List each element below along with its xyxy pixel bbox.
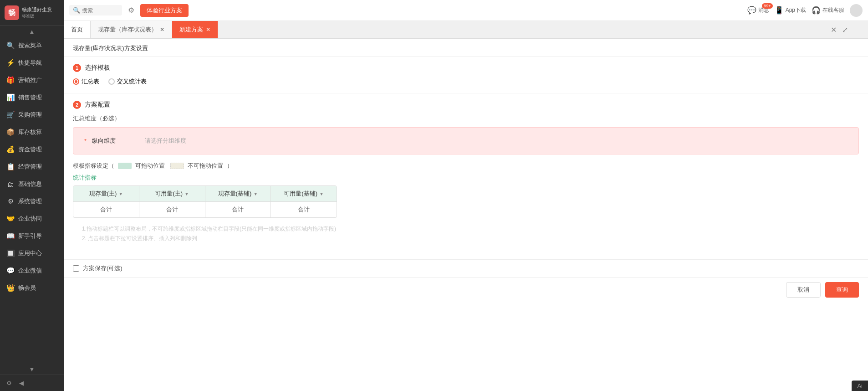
tabs-window-controls: ✕ ⤢ bbox=[829, 21, 850, 38]
headset-icon: 🎧 bbox=[812, 6, 821, 15]
step2-label: 方案配置 bbox=[85, 101, 110, 109]
indicator-settings: 模板指标设定（ 可拖动位置 不可拖动位置 ） 统计指标 现存量(主) bbox=[73, 162, 859, 218]
sidebar-item-label: 采购管理 bbox=[18, 111, 42, 119]
sidebar-item-basic-info[interactable]: 🗂 基础信息 bbox=[0, 175, 64, 193]
stat-col-4[interactable]: 可用量(基辅) ▼ bbox=[271, 186, 337, 201]
tab-inventory[interactable]: 现存量（库存状况表） ✕ bbox=[91, 21, 172, 38]
radio-summary[interactable]: 汇总表 bbox=[73, 77, 99, 86]
sidebar-nav: 🔍 搜索菜单 ⚡ 快捷导航 🎁 营销推广 📊 销售管理 🛒 采购管理 📦 库存核… bbox=[0, 37, 64, 364]
finance-icon: 💰 bbox=[6, 145, 15, 154]
sidebar-item-app-center[interactable]: 🔲 应用中心 bbox=[0, 245, 64, 262]
sidebar-item-label: 搜索菜单 bbox=[18, 41, 42, 50]
tab-new-plan-close[interactable]: ✕ bbox=[206, 26, 210, 33]
inventory-icon: 📦 bbox=[6, 128, 15, 136]
logo-icon: 畅 bbox=[5, 5, 19, 20]
query-button[interactable]: 查询 bbox=[825, 282, 859, 298]
step1-title: 1 选择模板 bbox=[73, 64, 859, 72]
sidebar: 畅 畅康通好生意 标准版 ▲ 🔍 搜索菜单 ⚡ 快捷导航 🎁 营销推广 📊 销售… bbox=[0, 0, 64, 391]
dim-separator bbox=[121, 141, 139, 141]
customer-service-button[interactable]: 🎧 在线客服 bbox=[812, 6, 844, 15]
dim-label: 纵向维度 bbox=[92, 137, 116, 145]
chevron-down-icon-2: ▼ bbox=[184, 191, 189, 196]
sidebar-item-label: 系统管理 bbox=[18, 197, 42, 206]
tab-inventory-close[interactable]: ✕ bbox=[160, 26, 164, 33]
vip-icon: 👑 bbox=[6, 284, 15, 292]
user-avatar[interactable] bbox=[850, 4, 863, 17]
sidebar-item-label: 营销推广 bbox=[18, 76, 42, 84]
indicator-nodrag-label: 不可拖动位置 bbox=[188, 162, 223, 170]
sidebar-item-system[interactable]: ⚙ 系统管理 bbox=[0, 193, 64, 210]
nodrag-legend-box bbox=[170, 163, 184, 169]
sidebar-item-label: 企业微信 bbox=[18, 267, 42, 275]
sidebar-item-label: 应用中心 bbox=[18, 249, 42, 257]
sidebar-scroll-down[interactable]: ▼ bbox=[0, 364, 64, 375]
stat-col-3-label: 现存量(基辅) bbox=[218, 190, 252, 198]
app-name: 畅康通好生意 bbox=[22, 6, 52, 13]
sidebar-item-label: 基础信息 bbox=[18, 180, 42, 188]
collapse-icon[interactable]: ◀ bbox=[19, 380, 24, 386]
topbar: 🔍 ⚙ 体验行业方案 💬 99+ 消息 📱 App下载 🎧 在线客服 bbox=[64, 0, 868, 21]
settings-icon[interactable]: ⚙ bbox=[6, 380, 12, 386]
tab-new-plan[interactable]: 新建方案 ✕ bbox=[172, 21, 218, 38]
sidebar-item-vip[interactable]: 👑 畅会员 bbox=[0, 279, 64, 297]
topbar-search-box[interactable]: 🔍 bbox=[69, 5, 122, 15]
tab-home[interactable]: 首页 bbox=[64, 21, 91, 38]
sidebar-item-new-guide[interactable]: 📖 新手引导 bbox=[0, 227, 64, 245]
message-badge: 99+ bbox=[762, 3, 772, 9]
sidebar-item-label: 新手引导 bbox=[18, 232, 42, 240]
messages-button[interactable]: 💬 99+ 消息 bbox=[747, 6, 769, 15]
indicator-suffix: ） bbox=[227, 162, 233, 170]
stat-title: 统计指标 bbox=[73, 174, 859, 182]
sidebar-item-wechat[interactable]: 💬 企业微信 bbox=[0, 262, 64, 279]
sidebar-item-inventory[interactable]: 📦 库存核算 bbox=[0, 123, 64, 141]
settings-gear-icon[interactable]: ⚙ bbox=[125, 4, 138, 17]
page-footer: 方案保存(可选) bbox=[64, 259, 868, 277]
indicator-drag-label: 可拖动位置 bbox=[135, 162, 165, 170]
indicator-prefix: 模板指标设定（ bbox=[73, 162, 114, 170]
ai-label: Ai bbox=[857, 382, 863, 389]
sidebar-item-sales[interactable]: 📊 销售管理 bbox=[0, 89, 64, 106]
stat-col-1[interactable]: 现存量(主) ▼ bbox=[73, 186, 139, 201]
expand-window-icon[interactable]: ⤢ bbox=[840, 24, 850, 36]
sidebar-item-enterprise[interactable]: 🤝 企业协同 bbox=[0, 210, 64, 227]
tab-home-label: 首页 bbox=[71, 26, 83, 34]
topbar-left: 🔍 ⚙ 体验行业方案 bbox=[69, 4, 744, 17]
radio-cross[interactable]: 交叉统计表 bbox=[108, 77, 147, 86]
sidebar-scroll-up[interactable]: ▲ bbox=[0, 26, 64, 37]
cancel-button[interactable]: 取消 bbox=[786, 282, 821, 298]
chevron-down-icon-1: ▼ bbox=[118, 191, 123, 196]
stat-col-1-label: 现存量(主) bbox=[89, 190, 117, 198]
close-window-icon[interactable]: ✕ bbox=[829, 24, 838, 36]
search-input[interactable] bbox=[82, 7, 118, 14]
sales-icon: 📊 bbox=[6, 93, 15, 102]
download-icon: 📱 bbox=[775, 6, 784, 15]
radio-cross-dot bbox=[108, 78, 115, 85]
sidebar-item-label: 畅会员 bbox=[18, 284, 36, 292]
sidebar-item-label: 资金管理 bbox=[18, 145, 42, 154]
stat-col-3[interactable]: 现存量(基辅) ▼ bbox=[205, 186, 271, 201]
ai-badge: Ai bbox=[852, 381, 868, 391]
app-download-label: App下载 bbox=[786, 6, 806, 14]
dim-placeholder[interactable]: 请选择分组维度 bbox=[145, 137, 186, 145]
sidebar-item-label: 经营管理 bbox=[18, 163, 42, 171]
search-icon: 🔍 bbox=[73, 7, 80, 14]
app-edition: 标准版 bbox=[22, 13, 52, 19]
industry-plan-button[interactable]: 体验行业方案 bbox=[140, 4, 189, 17]
save-plan-checkbox[interactable] bbox=[73, 265, 79, 272]
chevron-down-icon-3: ▼ bbox=[253, 191, 258, 196]
step2-badge: 2 bbox=[73, 101, 81, 109]
sidebar-logo: 畅 畅康通好生意 标准版 bbox=[0, 0, 64, 26]
sidebar-item-marketing[interactable]: 🎁 营销推广 bbox=[0, 72, 64, 89]
message-icon: 💬 bbox=[747, 6, 756, 15]
sidebar-item-finance[interactable]: 💰 资金管理 bbox=[0, 141, 64, 158]
sidebar-item-purchase[interactable]: 🛒 采购管理 bbox=[0, 106, 64, 123]
stat-cell-4: 合计 bbox=[271, 202, 337, 217]
stat-col-2[interactable]: 可用量(主) ▼ bbox=[139, 186, 205, 201]
sidebar-item-quick-nav[interactable]: ⚡ 快捷导航 bbox=[0, 54, 64, 72]
sidebar-item-operations[interactable]: 📋 经营管理 bbox=[0, 158, 64, 175]
page-inner: 现存量(库存状况表)方案设置 1 选择模板 汇总表 交叉统计表 bbox=[64, 39, 868, 391]
tips-area: 1.拖动标题栏可以调整布局，不可跨维度或指标区域拖动栏目字段(只能在同一维度或指… bbox=[73, 218, 859, 252]
tabs-bar: 首页 现存量（库存状况表） ✕ 新建方案 ✕ ✕ ⤢ bbox=[64, 21, 868, 39]
sidebar-item-search-menu[interactable]: 🔍 搜索菜单 bbox=[0, 37, 64, 54]
app-download-button[interactable]: 📱 App下载 bbox=[775, 6, 806, 15]
